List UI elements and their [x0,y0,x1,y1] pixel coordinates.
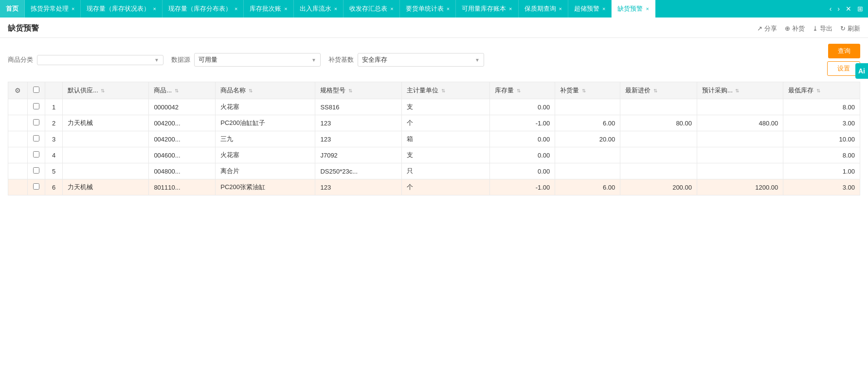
nav-tab-inventory-status[interactable]: 现存量（库存状况表）× [81,0,162,18]
select-all-checkbox[interactable] [33,87,39,93]
nav-expand-button[interactable]: ⊞ [854,3,866,15]
nav-tab-label: 库存批次账 [250,4,281,13]
nav-tab-label: 现存量（库存分布表） [168,4,232,13]
col-latest-price[interactable]: 最新进价 ⇅ [620,82,697,99]
row-checkbox-cell[interactable] [28,99,45,115]
nav-tab-close-icon[interactable]: × [235,6,237,12]
col-unit[interactable]: 主计量单位 ⇅ [402,82,490,99]
nav-tab-order-stats[interactable]: 要货单统计表× [400,0,456,18]
nav-tab-shortage[interactable]: 缺货预警× [612,0,655,18]
nav-tab-label: 出入库流水 [300,4,331,13]
col-settings[interactable]: ⚙ [8,82,28,99]
col-est-purchase-label: 预计采购... [702,87,733,94]
row-cell: 0000042 [149,99,216,115]
row-checkbox[interactable] [33,151,39,158]
col-restock[interactable]: 补货量 ⇅ [555,82,620,99]
nav-tab-close-icon[interactable]: × [153,6,156,12]
category-filter: 商品分类 ▼ [8,55,163,65]
row-cell: J7092 [315,147,402,163]
row-checkbox[interactable] [33,167,39,174]
nav-tab-inventory-dist[interactable]: 现存量（库存分布表）× [163,0,244,18]
nav-tab-label: 缺货预警 [617,4,643,13]
nav-tab-close-icon[interactable]: × [334,6,337,12]
nav-tab-close-icon[interactable]: × [390,6,393,12]
restock-base-select[interactable]: 安全库存 ▼ [358,53,484,67]
row-cell [63,147,149,163]
col-supplier-sort-icon: ⇅ [101,88,105,93]
nav-prev-button[interactable]: ‹ [827,3,835,15]
nav-tab-close-icon[interactable]: × [72,6,74,12]
table-header-row: ⚙ 默认供应... ⇅ 商品... ⇅ 商品名称 [8,82,860,99]
col-stock[interactable]: 库存量 ⇅ [490,82,555,99]
col-est-purchase[interactable]: 预计采购... ⇅ [697,82,783,99]
datasource-filter: 数据源 可用量 ▼ [171,53,321,67]
nav-tab-overstock[interactable]: 超储预警× [568,0,612,18]
datasource-select[interactable]: 可用量 ▼ [194,53,321,67]
nav-close-button[interactable]: ✕ [843,3,854,15]
row-cell: 004200... [149,131,216,147]
nav-tab-close-icon[interactable]: × [284,6,287,12]
ai-assistant-button[interactable]: Ai [855,63,868,79]
nav-tab-expiry-query[interactable]: 保质期查询× [519,0,568,18]
row-cell: 1.00 [783,163,860,179]
col-min-stock-label: 最低库存 [788,87,814,94]
row-cell: 200.00 [620,179,697,195]
row-cell [63,163,149,179]
row-checkbox[interactable] [33,103,39,109]
col-code-sort-icon: ⇅ [175,88,179,93]
query-button[interactable]: 查询 [828,44,860,58]
nav-tab-close-icon[interactable]: × [602,6,605,12]
row-checkbox-cell[interactable] [28,115,45,131]
row-num-cell: 6 [45,179,63,195]
category-dropdown-icon: ▼ [154,57,159,63]
export-button[interactable]: ⤓ 导出 [813,24,832,33]
restock-button[interactable]: ⊕ 补货 [785,24,805,33]
row-checkbox[interactable] [33,135,39,141]
nav-tab-close-icon[interactable]: × [509,6,512,12]
nav-tab-label: 超储预警 [574,4,599,13]
row-cell: 支 [402,147,490,163]
row-cell [555,147,620,163]
row-cell [63,131,149,147]
row-checkbox-cell[interactable] [28,131,45,147]
category-select[interactable]: ▼ [37,55,163,65]
nav-tabs: 首页拣货异常处理×现存量（库存状况表）×现存量（库存分布表）×库存批次账×出入库… [0,0,868,18]
row-checkbox[interactable] [33,119,39,125]
row-cell: 8.00 [783,147,860,163]
col-latest-price-sort-icon: ⇅ [653,88,657,93]
nav-tab-available-ledger[interactable]: 可用量库存账本× [456,0,518,18]
row-cell: SS816 [315,99,402,115]
nav-tab-abnormal[interactable]: 拣货异常处理× [25,0,81,18]
col-check[interactable] [28,82,45,99]
row-num-cell: 2 [45,115,63,131]
nav-next-button[interactable]: › [834,3,843,15]
col-code[interactable]: 商品... ⇅ [149,82,216,99]
nav-tab-batch-account[interactable]: 库存批次账× [244,0,293,18]
nav-tab-inout-flow[interactable]: 出入库流水× [294,0,344,18]
row-checkbox-cell[interactable] [28,147,45,163]
col-supplier[interactable]: 默认供应... ⇅ [63,82,149,99]
row-cell: 6.00 [555,115,620,131]
row-checkbox-cell[interactable] [28,163,45,179]
export-icon: ⤓ [813,25,818,32]
row-settings-cell [8,131,28,147]
nav-tab-collect-summary[interactable]: 收发存汇总表× [344,0,399,18]
row-cell: 火花塞 [216,99,315,115]
nav-tab-close-icon[interactable]: × [559,6,562,12]
row-cell: PC200张紧油缸 [216,179,315,195]
row-checkbox[interactable] [33,183,39,190]
nav-tab-label: 可用量库存账本 [462,4,506,13]
refresh-button[interactable]: ↻ 刷新 [840,24,860,33]
col-min-stock[interactable]: 最低库存 ⇅ [783,82,860,99]
nav-tab-close-icon[interactable]: × [646,6,649,12]
nav-tab-home[interactable]: 首页 [0,0,25,18]
col-restock-label: 补货量 [560,87,579,94]
row-checkbox-cell[interactable] [28,179,45,195]
nav-tab-close-icon[interactable]: × [447,6,450,12]
col-stock-sort-icon: ⇅ [517,88,521,93]
data-table: ⚙ 默认供应... ⇅ 商品... ⇅ 商品名称 [8,82,860,195]
col-name[interactable]: 商品名称 ⇅ [216,82,315,99]
row-settings-cell [8,99,28,115]
share-button[interactable]: ↗ 分享 [757,24,777,33]
col-spec[interactable]: 规格型号 ⇅ [315,82,402,99]
